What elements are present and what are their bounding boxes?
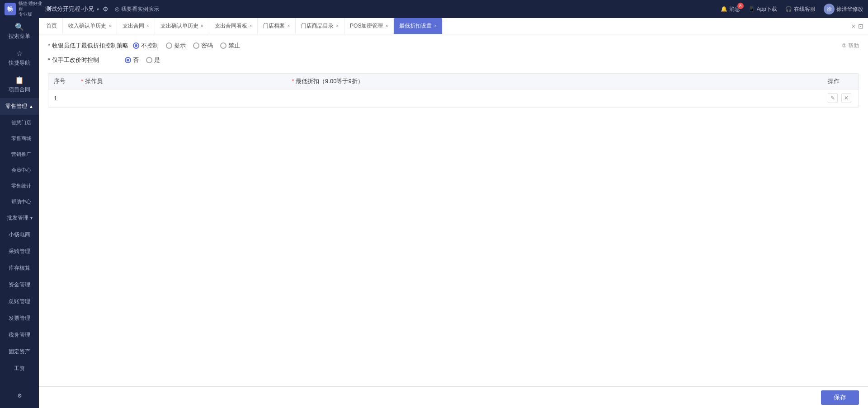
radio-remind-label: 提示	[174, 42, 186, 50]
sidebar: 🔍 搜索菜单 ☆ 快捷导航 📋 项目合同 零售管理 ▲ 智慧门店 零售商城 营销…	[0, 18, 39, 408]
sidebar-item-quick-nav[interactable]: ☆ 快捷导航	[0, 45, 39, 71]
tab-payment-board[interactable]: 支出合同看板 ×	[209, 18, 258, 34]
tab-min-discount-close[interactable]: ×	[434, 23, 437, 28]
sidebar-item-fixed-assets[interactable]: 固定资产	[0, 343, 39, 360]
sidebar-item-wholesale-manage[interactable]: 批发管理 ▾	[0, 210, 39, 226]
tab-payment-confirm[interactable]: 支出确认单历史 ×	[155, 18, 209, 34]
radio-remind[interactable]: 提示	[166, 42, 186, 50]
sidebar-item-retail-stats[interactable]: 零售统计	[0, 178, 39, 194]
project-name: 测试分开完程·小兄	[45, 5, 94, 13]
sidebar-label-fund-manage: 资金管理	[9, 281, 30, 289]
sidebar-item-search-menu[interactable]: 🔍 搜索菜单	[0, 18, 39, 45]
radio-ban[interactable]: 禁止	[220, 42, 240, 50]
logo-icon: 畅	[5, 3, 16, 15]
tab-store-products[interactable]: 门店商品目录 ×	[296, 18, 344, 34]
demo-link-text: 我要看实例演示	[121, 5, 159, 13]
save-button[interactable]: 保存	[821, 390, 859, 405]
tab-maximize-icon[interactable]: ⊡	[858, 23, 863, 30]
collapse-icon: ▾	[30, 216, 33, 220]
table-body: 1 ✎ ✕	[48, 89, 859, 107]
col-operator: * 操作员	[75, 74, 286, 89]
tab-payment-contract[interactable]: 支出合同 ×	[117, 18, 155, 34]
sidebar-item-marketing[interactable]: 营销推广	[0, 146, 39, 162]
headset-icon: 🎧	[785, 6, 792, 12]
tab-min-discount[interactable]: 最低折扣设置 ×	[394, 18, 443, 34]
row-edit-button[interactable]: ✎	[828, 93, 838, 103]
tab-income-confirm[interactable]: 收入确认单历史 ×	[63, 18, 117, 34]
sidebar-item-invoice-manage[interactable]: 发票管理	[0, 310, 39, 327]
notifications-action[interactable]: 🔔 消息 8	[721, 5, 740, 13]
sidebar-item-salary[interactable]: 工资	[0, 360, 39, 377]
sidebar-item-tax-manage[interactable]: 税务管理	[0, 327, 39, 343]
tab-home[interactable]: 首页	[41, 18, 63, 34]
page-content: * 收银员低于最低折扣控制策略 不控制 提示	[39, 34, 868, 386]
demo-link[interactable]: ◎ 我要看实例演示	[115, 5, 159, 13]
data-table-wrapper: 序号 * 操作员 * 最低折扣（9.00等于9折） 操作 1	[48, 73, 859, 108]
table-row: 1 ✎ ✕	[48, 89, 859, 107]
bottom-bar: 保存	[39, 386, 868, 408]
user-profile-action[interactable]: 徐 徐泽华修改	[824, 4, 863, 14]
manual-price-radio-group: 否 是	[125, 56, 160, 64]
tab-store-file-close[interactable]: ×	[287, 23, 290, 28]
tab-store-products-close[interactable]: ×	[336, 23, 339, 28]
tab-pos-password[interactable]: POS加密管理 ×	[344, 18, 394, 34]
top-header: 畅 畅捷·通好业财 专业版 测试分开完程·小兄 ▾ ⚙ ◎ 我要看实例演示 🔔 …	[0, 0, 868, 18]
radio-manual-yes[interactable]: 是	[146, 56, 160, 64]
project-settings-icon[interactable]: ⚙	[103, 5, 108, 13]
tab-payment-contract-close[interactable]: ×	[146, 23, 149, 28]
radio-no-control-label: 不控制	[141, 42, 159, 50]
sidebar-item-project-contract[interactable]: 📋 项目合同	[0, 71, 39, 98]
tab-payment-board-close[interactable]: ×	[250, 23, 252, 28]
sidebar-label-marketing: 营销推广	[11, 151, 31, 158]
sidebar-item-inventory[interactable]: 库存核算	[0, 260, 39, 277]
radio-password-label: 密码	[201, 42, 213, 50]
app-download-action[interactable]: 📱 App下载	[748, 5, 777, 13]
help-icon: ②	[842, 42, 847, 49]
expand-icon: ▲	[29, 104, 33, 109]
tab-store-file[interactable]: 门店档案 ×	[258, 18, 296, 34]
cell-operator	[75, 89, 286, 107]
sidebar-label-search-menu: 搜索菜单	[9, 33, 30, 40]
help-text: 帮助	[848, 42, 859, 50]
sidebar-item-ecommerce[interactable]: 小畅电商	[0, 226, 39, 243]
sidebar-item-general-ledger[interactable]: 总账管理	[0, 293, 39, 310]
radio-password[interactable]: 密码	[193, 42, 213, 50]
radio-no-control[interactable]: 不控制	[133, 42, 159, 50]
project-selector[interactable]: 测试分开完程·小兄 ▾	[45, 5, 99, 13]
sidebar-label-member-center: 会员中心	[11, 167, 31, 174]
page-inner: * 收银员低于最低折扣控制策略 不控制 提示	[39, 34, 868, 386]
sidebar-label-general-ledger: 总账管理	[9, 298, 30, 305]
sidebar-item-member-center[interactable]: 会员中心	[0, 162, 39, 178]
sidebar-item-retail-manage[interactable]: 零售管理 ▲	[0, 98, 39, 115]
tab-close-all-icon[interactable]: ×	[852, 23, 855, 30]
help-link[interactable]: ② 帮助	[842, 42, 859, 50]
content-area: 首页 收入确认单历史 × 支出合同 × 支出确认单历史 × 支出合同看板 × 门…	[39, 18, 868, 408]
sidebar-item-purchase-manage[interactable]: 采购管理	[0, 243, 39, 260]
sidebar-label-retail-stats: 零售统计	[11, 183, 31, 189]
col-actions: 操作	[822, 74, 859, 89]
radio-manual-no[interactable]: 否	[125, 56, 139, 64]
tab-payment-confirm-close[interactable]: ×	[201, 23, 203, 28]
sidebar-item-retail-mall[interactable]: 零售商城	[0, 131, 39, 146]
download-icon: 📱	[748, 6, 755, 12]
tab-bar: 首页 收入确认单历史 × 支出合同 × 支出确认单历史 × 支出合同看板 × 门…	[39, 18, 868, 34]
tab-home-label: 首页	[46, 22, 57, 30]
tab-payment-confirm-label: 支出确认单历史	[160, 22, 198, 30]
sidebar-label-project-contract: 项目合同	[9, 86, 30, 94]
tab-pos-password-close[interactable]: ×	[385, 23, 388, 28]
radio-manual-no-label: 否	[133, 56, 139, 64]
star-icon: ☆	[16, 49, 23, 58]
table-header: 序号 * 操作员 * 最低折扣（9.00等于9折） 操作	[48, 74, 859, 89]
customer-service-action[interactable]: 🎧 在线客服	[785, 5, 816, 13]
sidebar-settings[interactable]: ⚙	[0, 388, 39, 403]
col-min-discount: * 最低折扣（9.00等于9折）	[286, 74, 822, 89]
sidebar-label-inventory: 库存核算	[9, 264, 30, 272]
sidebar-item-fund-manage[interactable]: 资金管理	[0, 277, 39, 293]
tab-income-confirm-close[interactable]: ×	[108, 23, 111, 28]
sidebar-item-help-center[interactable]: 帮助中心	[0, 194, 39, 210]
sidebar-item-smart-store[interactable]: 智慧门店	[0, 115, 39, 131]
avatar: 徐	[824, 4, 835, 14]
discount-policy-row: * 收银员低于最低折扣控制策略 不控制 提示	[48, 42, 859, 50]
form-section: * 收银员低于最低折扣控制策略 不控制 提示	[48, 42, 859, 64]
row-delete-button[interactable]: ✕	[841, 93, 851, 103]
